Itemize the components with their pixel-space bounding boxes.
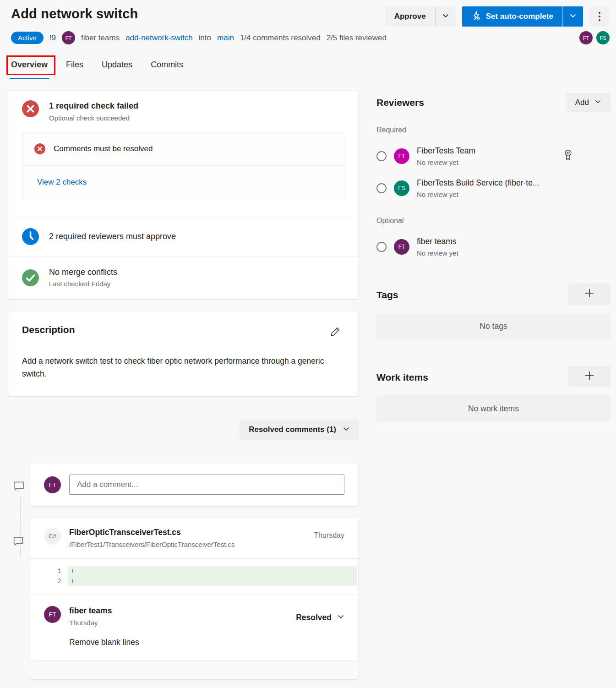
source-branch-link[interactable]: add-network-switch bbox=[125, 33, 192, 43]
csharp-file-icon: C# bbox=[44, 528, 61, 545]
reviewer-name: FiberTests Team bbox=[417, 146, 475, 156]
tab-commits-label: Commits bbox=[151, 60, 183, 69]
description-card: Description Add a network switch test to… bbox=[8, 311, 358, 396]
add-comment-input[interactable] bbox=[69, 475, 344, 495]
reviewer-vote-indicator[interactable] bbox=[376, 242, 387, 252]
add-reviewer-button[interactable]: Add bbox=[566, 93, 611, 112]
reviewer-row: FS FiberTests Build Service (fiber-te...… bbox=[376, 178, 611, 198]
comment-icon bbox=[12, 535, 25, 550]
pr-sidebar: Reviewers Add Required FT FiberTests Tea… bbox=[376, 91, 611, 422]
success-icon bbox=[22, 269, 39, 286]
reviewer-avatar: FT bbox=[394, 148, 409, 164]
into-label: into bbox=[199, 33, 211, 43]
active-tab-underline bbox=[10, 78, 49, 79]
diff-added-line: + bbox=[68, 576, 357, 586]
optional-reviewers-label: Optional bbox=[376, 217, 611, 225]
author-avatar: FT bbox=[62, 31, 75, 44]
approve-dropdown-button[interactable] bbox=[436, 6, 456, 27]
tab-overview-label: Overview bbox=[11, 60, 48, 69]
diff-line-number: 1 bbox=[30, 568, 68, 575]
no-work-items-placeholder: No work items bbox=[376, 395, 611, 422]
plus-icon bbox=[584, 371, 594, 382]
reviewer-vote-indicator[interactable] bbox=[376, 151, 387, 161]
chevron-down-icon bbox=[343, 425, 350, 435]
add-reviewer-label: Add bbox=[575, 98, 589, 107]
merge-conflicts-subtitle: Last checked Friday bbox=[49, 280, 117, 288]
checks-card: 1 required check failed Optional check s… bbox=[8, 91, 358, 299]
participant-avatar-ft[interactable]: FT bbox=[579, 31, 593, 44]
pr-id: !9 bbox=[49, 33, 56, 43]
autocomplete-split-button: Set auto-complete bbox=[462, 6, 583, 27]
reviewer-vote-indicator[interactable] bbox=[376, 183, 387, 193]
more-options-button[interactable] bbox=[589, 6, 610, 27]
title-row: Add network switch Approve bbox=[0, 0, 616, 27]
diff-added-line: + bbox=[68, 566, 357, 576]
work-items-heading: Work items bbox=[376, 370, 428, 383]
error-icon bbox=[34, 143, 45, 154]
tab-updates-label: Updates bbox=[102, 60, 132, 69]
error-icon bbox=[22, 100, 39, 117]
header-actions: Approve Set bbox=[385, 6, 610, 27]
required-reviewer-ribbon-icon bbox=[564, 149, 611, 163]
comment-threads: FT C# FiberOpticTransceiverTest.cs /Fibe… bbox=[8, 464, 358, 679]
clock-icon bbox=[22, 228, 39, 245]
files-reviewed-count: 2/5 files reviewed bbox=[327, 33, 387, 43]
no-tags-placeholder: No tags bbox=[376, 313, 611, 339]
chevron-down-icon bbox=[569, 12, 577, 21]
tags-heading: Tags bbox=[376, 288, 398, 300]
tab-commits[interactable]: Commits bbox=[151, 60, 183, 79]
resolved-comments-filter-button[interactable]: Resolved comments (1) bbox=[240, 420, 359, 440]
reviewers-rule-label: 2 required reviewers must approve bbox=[49, 232, 176, 241]
diff-line: 1 + bbox=[30, 566, 358, 576]
reviewer-status: No review yet bbox=[417, 158, 475, 166]
tab-files-label: Files bbox=[66, 60, 83, 69]
merge-conflicts-title: No merge conflicts bbox=[49, 268, 117, 277]
approve-split-button: Approve bbox=[385, 6, 456, 27]
page-title: Add network switch bbox=[11, 6, 138, 22]
comment-check-label: Comments must be resolved bbox=[54, 144, 153, 153]
view-checks-link[interactable]: View 2 checks bbox=[37, 178, 87, 186]
check-failed-title: 1 required check failed bbox=[49, 100, 138, 111]
add-tag-button[interactable] bbox=[568, 284, 611, 305]
reviewers-heading: Reviewers bbox=[376, 97, 424, 108]
reviewer-name: FiberTests Build Service (fiber-te... bbox=[417, 178, 539, 188]
thread-date: Thursday bbox=[314, 528, 344, 540]
reviewer-status: No review yet bbox=[417, 249, 458, 257]
thread-status-dropdown[interactable]: Resolved bbox=[296, 606, 344, 627]
autocomplete-dropdown-button[interactable] bbox=[563, 6, 583, 27]
check-optional-subtitle: Optional check succeeded bbox=[49, 114, 138, 122]
chevron-down-icon bbox=[337, 613, 344, 622]
chevron-down-icon bbox=[594, 98, 601, 107]
reply-row[interactable] bbox=[30, 661, 358, 679]
chevron-down-icon bbox=[442, 12, 449, 21]
status-badge: Active bbox=[11, 32, 44, 44]
reviewer-avatar: FT bbox=[394, 239, 409, 255]
file-path: /FiberTest1/Transceivers/FiberOpticTrans… bbox=[69, 541, 235, 548]
description-text: Add a network switch test to check fiber… bbox=[22, 355, 333, 380]
reviewer-name: fiber teams bbox=[417, 237, 458, 246]
approve-button[interactable]: Approve bbox=[385, 6, 436, 27]
target-branch-link[interactable]: main bbox=[217, 33, 234, 43]
tab-updates[interactable]: Updates bbox=[102, 60, 132, 79]
description-heading: Description bbox=[22, 324, 75, 335]
add-comment-icon bbox=[12, 479, 26, 495]
kebab-menu-icon bbox=[599, 12, 600, 21]
resolved-comments-filter-label: Resolved comments (1) bbox=[249, 425, 336, 434]
tab-files[interactable]: Files bbox=[66, 60, 83, 79]
tab-overview[interactable]: Overview bbox=[11, 60, 48, 79]
edit-pencil-icon[interactable] bbox=[326, 324, 344, 341]
reviewer-avatar: FS bbox=[394, 180, 409, 196]
set-autocomplete-button[interactable]: Set auto-complete bbox=[462, 6, 563, 27]
pull-request-page: Add network switch Approve bbox=[0, 0, 616, 688]
file-name[interactable]: FiberOpticTransceiverTest.cs bbox=[69, 528, 235, 537]
thread-status-label: Resolved bbox=[296, 613, 332, 622]
author-name: fiber teams bbox=[81, 33, 120, 43]
commenter-name: fiber teams bbox=[69, 606, 112, 616]
add-work-item-button[interactable] bbox=[568, 366, 611, 387]
reviewer-row: FT FiberTests Team No review yet bbox=[376, 146, 611, 166]
pr-tabs: Overview Files Updates Commits bbox=[0, 44, 616, 79]
diff-line: 2 + bbox=[30, 576, 358, 586]
participant-avatar-fs[interactable]: FS bbox=[596, 31, 610, 44]
commenter-avatar: FT bbox=[44, 606, 61, 623]
checks-detail-box: Comments must be resolved View 2 checks bbox=[22, 132, 344, 199]
